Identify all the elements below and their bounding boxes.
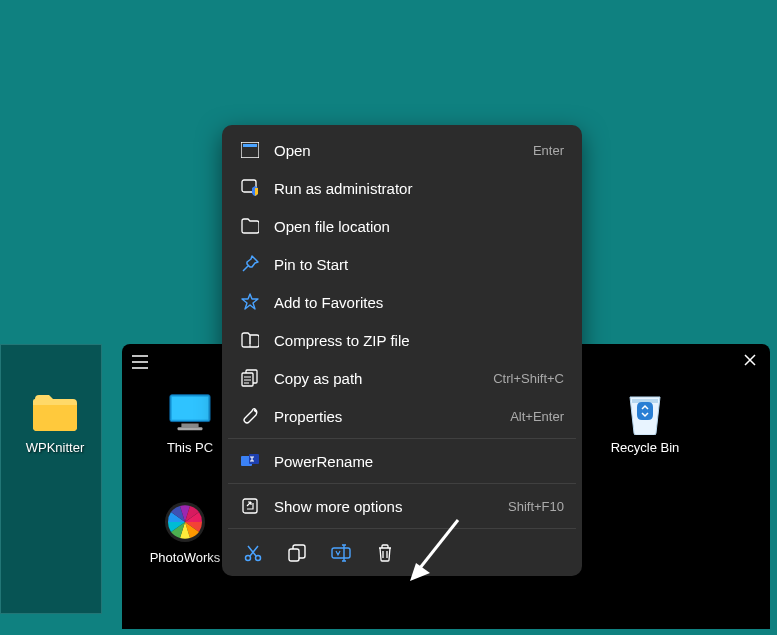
star-icon (240, 292, 260, 312)
folder-icon (33, 390, 77, 434)
menu-item-copy-path[interactable]: Copy as path Ctrl+Shift+C (228, 359, 576, 397)
copypath-icon (240, 368, 260, 388)
menu-label: Add to Favorites (274, 294, 564, 311)
menu-item-open-location[interactable]: Open file location (228, 207, 576, 245)
menu-item-add-favorites[interactable]: Add to Favorites (228, 283, 576, 321)
menu-item-pin-start[interactable]: Pin to Start (228, 245, 576, 283)
menu-divider (228, 528, 576, 529)
context-menu: Open Enter Run as administrator Open fil… (222, 125, 582, 576)
svg-rect-2 (181, 423, 198, 427)
shield-icon (240, 178, 260, 198)
menu-shortcut: Alt+Enter (510, 409, 564, 424)
menu-label: Properties (274, 408, 510, 425)
copy-icon[interactable] (286, 542, 308, 564)
app-icon (240, 140, 260, 160)
menu-shortcut: Ctrl+Shift+C (493, 371, 564, 386)
svg-rect-3 (178, 427, 203, 430)
icon-label: This PC (167, 440, 213, 455)
recyclebin-icon (623, 390, 667, 434)
menu-item-run-admin[interactable]: Run as administrator (228, 169, 576, 207)
pin-icon (240, 254, 260, 274)
folder-icon (240, 216, 260, 236)
svg-point-12 (246, 556, 251, 561)
pc-icon (168, 390, 212, 434)
powerrename-icon (240, 451, 260, 471)
menu-item-powerrename[interactable]: PowerRename (228, 442, 576, 480)
svg-rect-11 (243, 499, 257, 513)
wrench-icon (240, 406, 260, 426)
svg-rect-10 (249, 454, 259, 464)
zip-icon (240, 330, 260, 350)
menu-item-open[interactable]: Open Enter (228, 131, 576, 169)
menu-item-properties[interactable]: Properties Alt+Enter (228, 397, 576, 435)
expand-icon (240, 496, 260, 516)
close-icon[interactable] (744, 354, 756, 366)
icon-label: WPKnitter (26, 440, 85, 455)
photoworks-icon (163, 500, 207, 544)
menu-item-compress-zip[interactable]: Compress to ZIP file (228, 321, 576, 359)
action-bar (228, 532, 576, 570)
menu-label: Run as administrator (274, 180, 564, 197)
menu-label: Open (274, 142, 533, 159)
selection-overlay (0, 344, 102, 614)
svg-rect-15 (332, 548, 350, 558)
icon-label: Recycle Bin (611, 440, 680, 455)
svg-rect-14 (289, 549, 299, 561)
menu-shortcut: Enter (533, 143, 564, 158)
menu-label: Copy as path (274, 370, 493, 387)
menu-label: Open file location (274, 218, 564, 235)
menu-item-show-more[interactable]: Show more options Shift+F10 (228, 487, 576, 525)
hamburger-icon[interactable] (132, 355, 148, 369)
menu-divider (228, 438, 576, 439)
desktop-icon-recyclebin[interactable]: Recycle Bin (600, 390, 690, 455)
svg-rect-6 (243, 144, 257, 147)
menu-label: Compress to ZIP file (274, 332, 564, 349)
rename-icon[interactable] (330, 542, 352, 564)
cut-icon[interactable] (242, 542, 264, 564)
menu-label: Show more options (274, 498, 508, 515)
delete-icon[interactable] (374, 542, 396, 564)
svg-rect-1 (172, 397, 208, 420)
desktop-icon-photoworks[interactable]: PhotoWorks (140, 500, 230, 565)
svg-point-13 (256, 556, 261, 561)
menu-shortcut: Shift+F10 (508, 499, 564, 514)
menu-label: PowerRename (274, 453, 564, 470)
menu-label: Pin to Start (274, 256, 564, 273)
menu-divider (228, 483, 576, 484)
desktop-icon-wpknitter[interactable]: WPKnitter (10, 390, 100, 455)
icon-label: PhotoWorks (150, 550, 221, 565)
